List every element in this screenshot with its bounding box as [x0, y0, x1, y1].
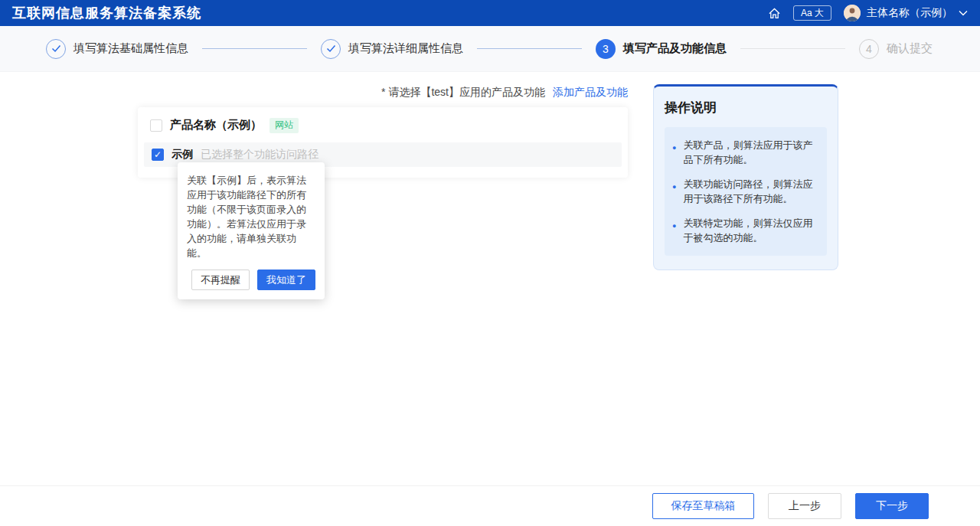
step-2-label: 填写算法详细属性信息	[348, 41, 463, 56]
dismiss-button[interactable]: 不再提醒	[191, 270, 250, 290]
instruction-item: ● 关联功能访问路径，则算法应用于该路径下所有功能。	[672, 177, 818, 206]
product-header: 产品名称（示例） 网站	[144, 118, 622, 142]
instructions-box: ● 关联产品，则算法应用于该产品下所有功能。 ● 关联功能访问路径，则算法应用于…	[665, 127, 827, 256]
step-4-label: 确认提交	[887, 41, 933, 56]
step-connector	[477, 48, 582, 49]
hint-row: * 请选择【test】应用的产品及功能 添加产品及功能	[0, 86, 628, 100]
instruction-text: 关联功能访问路径，则算法应用于该路径下所有功能。	[683, 177, 818, 206]
confirm-button[interactable]: 我知道了	[257, 270, 315, 290]
product-name: 产品名称（示例）	[170, 118, 262, 132]
bullet-icon: ●	[672, 219, 676, 245]
step-2: 填写算法详细属性信息	[321, 39, 463, 59]
instruction-text: 关联产品，则算法应用于该产品下所有功能。	[683, 138, 818, 167]
app-title: 互联网信息服务算法备案系统	[12, 4, 201, 22]
step-2-check-icon	[321, 39, 341, 59]
function-checkbox[interactable]: ✓	[152, 149, 164, 161]
instructions-title: 操作说明	[665, 99, 827, 116]
function-name: 示例	[172, 148, 193, 162]
save-draft-button[interactable]: 保存至草稿箱	[652, 493, 754, 519]
step-4: 4 确认提交	[859, 39, 933, 59]
main-content: * 请选择【test】应用的产品及功能 添加产品及功能 产品名称（示例） 网站 …	[0, 72, 980, 485]
font-size-button[interactable]: Aa 大	[793, 5, 831, 21]
home-icon[interactable]	[768, 7, 781, 20]
account-name: 主体名称（示例）	[867, 6, 952, 20]
avatar	[844, 5, 861, 21]
instruction-text: 关联特定功能，则算法仅应用于被勾选的功能。	[683, 216, 818, 245]
previous-step-button[interactable]: 上一步	[768, 493, 841, 519]
association-popover: 关联【示例】后，表示算法应用于该功能路径下的所有功能（不限于该页面录入的功能）。…	[178, 162, 325, 299]
stepper: 填写算法基础属性信息 填写算法详细属性信息 3 填写产品及功能信息 4 确认提交	[0, 26, 980, 72]
popover-text: 关联【示例】后，表示算法应用于该功能路径下的所有功能（不限于该页面录入的功能）。…	[187, 173, 315, 260]
step-3-number: 3	[596, 39, 616, 59]
instructions-panel: 操作说明 ● 关联产品，则算法应用于该产品下所有功能。 ● 关联功能访问路径，则…	[653, 84, 838, 270]
bullet-icon: ●	[672, 180, 676, 206]
function-status: 已选择整个功能访问路径	[201, 148, 318, 162]
step-1: 填写算法基础属性信息	[46, 39, 188, 59]
instruction-item: ● 关联产品，则算法应用于该产品下所有功能。	[672, 138, 818, 167]
product-checkbox[interactable]	[150, 119, 162, 132]
app-header: 互联网信息服务算法备案系统 Aa 大 主体名称（示例）	[0, 0, 980, 26]
bullet-icon: ●	[672, 141, 676, 167]
product-type-tag: 网站	[270, 118, 299, 133]
popover-actions: 不再提醒 我知道了	[187, 270, 315, 290]
step-connector	[740, 48, 845, 49]
add-product-link[interactable]: 添加产品及功能	[553, 86, 628, 100]
step-4-number: 4	[859, 39, 879, 59]
account-menu[interactable]: 主体名称（示例）	[844, 5, 968, 21]
header-right: Aa 大 主体名称（示例）	[768, 5, 968, 21]
step-3-label: 填写产品及功能信息	[623, 41, 727, 56]
footer-bar: 保存至草稿箱 上一步 下一步	[0, 485, 980, 526]
instruction-item: ● 关联特定功能，则算法仅应用于被勾选的功能。	[672, 216, 818, 245]
step-1-check-icon	[46, 39, 66, 59]
chevron-down-icon	[959, 10, 968, 16]
step-3: 3 填写产品及功能信息	[596, 39, 727, 59]
step-1-label: 填写算法基础属性信息	[74, 41, 188, 56]
next-step-button[interactable]: 下一步	[855, 493, 929, 519]
select-hint: * 请选择【test】应用的产品及功能	[381, 86, 545, 100]
step-connector	[202, 48, 307, 49]
